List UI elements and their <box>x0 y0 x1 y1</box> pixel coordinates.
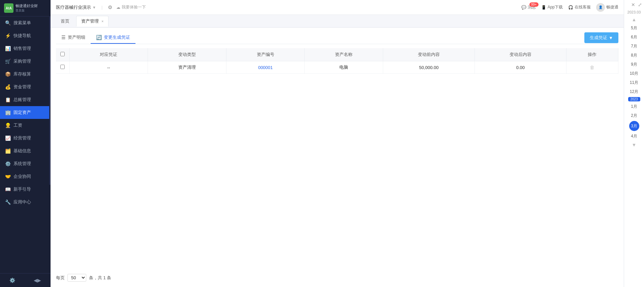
nav-ledger[interactable]: 📋 总账管理 <box>0 93 51 106</box>
scroll-down-btn[interactable]: ▼ <box>631 141 638 149</box>
phone-icon: 📱 <box>541 5 546 10</box>
month-9[interactable]: 9月 <box>624 60 644 69</box>
month-2[interactable]: 2月 <box>624 111 644 120</box>
page-size-select[interactable]: 10 20 50 100 <box>67 274 86 282</box>
data-table: 对应凭证 变动类型 资产编号 资产名称 变动前内容 变动后内容 操作 -- 资产… <box>56 48 618 74</box>
subtab-change-voucher-label: 变更生成凭证 <box>104 34 130 40</box>
app-name: 畅捷通好业财 <box>16 3 38 8</box>
message-btn[interactable]: 💬 消息 99+ <box>521 4 536 10</box>
app-download-btn[interactable]: 📱 App下载 <box>541 4 563 10</box>
month-4[interactable]: 4月 <box>624 132 644 141</box>
month-3-active[interactable]: 3月 <box>629 121 639 131</box>
month-12[interactable]: 12月 <box>624 87 644 96</box>
nav-funds[interactable]: 💰 资金管理 <box>0 81 51 93</box>
nav-quick-label: 快捷导航 <box>13 33 31 39</box>
pagination: 每页 10 20 50 100 条，共 1 条 <box>56 270 618 283</box>
month-7[interactable]: 7月 <box>624 42 644 51</box>
nav-search[interactable]: 🔍 搜索菜单 <box>0 17 51 29</box>
nav-salary-label: 工资 <box>13 122 22 128</box>
sidebar-logo: AtA 畅捷通好业财 普及版 <box>0 0 51 17</box>
subtab-actions: 生成凭证 ▼ <box>584 32 618 43</box>
select-all-checkbox[interactable] <box>60 52 65 56</box>
nav-guide[interactable]: 📖 新手引导 <box>0 183 51 196</box>
app-edition: 普及版 <box>16 8 38 13</box>
row-checkbox[interactable] <box>60 65 65 69</box>
enterprise-icon: 🤝 <box>5 174 11 179</box>
nav-basic-info[interactable]: 🗂️ 基础信息 <box>0 145 51 157</box>
nav-quick[interactable]: ⚡ 快捷导航 <box>0 29 51 42</box>
demo-label: 我要体验一下 <box>122 4 146 10</box>
month-10[interactable]: 10月 <box>624 69 644 78</box>
nav-system-label: 系统管理 <box>13 161 31 167</box>
system-icon: ⚙️ <box>5 161 11 166</box>
nav-inventory-label: 库存核算 <box>13 71 31 77</box>
row-checkbox-cell[interactable] <box>56 61 69 74</box>
table-body: -- 资产清理 000001 电脑 50,000.00 0.00 🗑 <box>56 61 618 74</box>
nav-management[interactable]: 📈 经营管理 <box>0 132 51 145</box>
delete-btn[interactable]: 🗑 <box>590 65 594 70</box>
table-row: -- 资产清理 000001 电脑 50,000.00 0.00 🗑 <box>56 61 618 74</box>
nav-purchase-label: 采购管理 <box>13 58 31 64</box>
sidebar: AtA 畅捷通好业财 普及版 🔍 搜索菜单 ⚡ 快捷导航 📊 销售管理 🛒 采购… <box>0 0 51 287</box>
col-header-asset-name: 资产名称 <box>305 48 383 61</box>
month-6[interactable]: 6月 <box>624 33 644 42</box>
month-list: 5月 6月 7月 8月 9月 10月 11月 12月 2023 1月 2月 3月… <box>624 24 644 141</box>
page-content: ☰ 资产明细 🔄 变更生成凭证 生成凭证 ▼ <box>51 28 624 287</box>
sub-tabs: ☰ 资产明细 🔄 变更生成凭证 生成凭证 ▼ <box>56 32 618 44</box>
tab-asset-management[interactable]: 资产管理 × <box>76 16 109 27</box>
scroll-up-btn[interactable]: ▲ <box>631 15 638 24</box>
subtab-change-voucher[interactable]: 🔄 变更生成凭证 <box>91 32 135 44</box>
demo-btn[interactable]: ☁ 我要体验一下 <box>116 4 146 10</box>
sidebar-bottom: ⚙️ ◀▶ <box>0 273 51 287</box>
generate-voucher-btn[interactable]: 生成凭证 ▼ <box>584 32 618 43</box>
month-5[interactable]: 5月 <box>624 24 644 33</box>
nav-enterprise-label: 企业协同 <box>13 173 31 180</box>
panel-expand-btn[interactable]: ⤢ <box>637 1 643 8</box>
nav-salary[interactable]: 👷 工资 <box>0 119 51 132</box>
nav-purchase[interactable]: 🛒 采购管理 <box>0 55 51 68</box>
table-header-row: 对应凭证 变动类型 资产编号 资产名称 变动前内容 变动后内容 操作 <box>56 48 618 61</box>
nav-list: 🔍 搜索菜单 ⚡ 快捷导航 📊 销售管理 🛒 采购管理 📦 库存核算 💰 资金管… <box>0 17 51 273</box>
month-11[interactable]: 11月 <box>624 78 644 87</box>
col-header-asset-code: 资产编号 <box>226 48 305 61</box>
nav-fixed-assets[interactable]: 🏢 固定资产 <box>0 106 51 119</box>
subtab-asset-detail[interactable]: ☰ 资产明细 <box>56 32 91 44</box>
total-label: 条，共 1 条 <box>89 275 111 281</box>
panel-close-btn[interactable]: ✕ <box>631 1 636 8</box>
nav-ledger-label: 总账管理 <box>13 97 31 103</box>
collapse-btn[interactable]: ◀▶ <box>31 276 44 284</box>
nav-app-center[interactable]: 🔧 应用中心 <box>0 196 51 209</box>
search-icon: 🔍 <box>5 20 11 26</box>
customer-service-btn[interactable]: 🎧 在线客服 <box>568 4 591 10</box>
nav-system[interactable]: ⚙️ 系统管理 <box>0 157 51 170</box>
guide-icon: 📖 <box>5 187 11 192</box>
settings-btn[interactable]: ⚙️ <box>7 276 18 284</box>
month-1[interactable]: 1月 <box>624 102 644 111</box>
management-icon: 📈 <box>5 135 11 141</box>
ledger-icon: 📋 <box>5 97 11 102</box>
generate-voucher-label: 生成凭证 <box>590 35 607 41</box>
message-badge: 99+ <box>529 2 539 7</box>
nav-inventory[interactable]: 📦 库存核算 <box>0 68 51 81</box>
month-8[interactable]: 8月 <box>624 51 644 60</box>
customer-service-label: 在线客服 <box>575 4 591 10</box>
sales-icon: 📊 <box>5 46 11 51</box>
company-selector[interactable]: 医疗器械行业演示 ▼ <box>56 4 96 10</box>
tabbar: 首页 资产管理 × <box>51 15 624 28</box>
user-profile[interactable]: 👤 畅捷通 <box>596 3 618 12</box>
nav-search-label: 搜索菜单 <box>13 20 31 26</box>
app-download-label: App下载 <box>548 4 563 10</box>
tab-asset-label: 资产管理 <box>81 18 99 24</box>
fixed-assets-icon: 🏢 <box>5 110 11 115</box>
nav-sales[interactable]: 📊 销售管理 <box>0 42 51 55</box>
nav-enterprise[interactable]: 🤝 企业协同 <box>0 170 51 183</box>
tab-home[interactable]: 首页 <box>56 16 74 26</box>
tab-close-btn[interactable]: × <box>101 19 103 23</box>
dropdown-arrow-icon: ▼ <box>609 35 613 40</box>
col-header-change-type: 变动类型 <box>148 48 226 61</box>
nav-app-center-label: 应用中心 <box>13 199 31 205</box>
avatar: 👤 <box>596 3 605 12</box>
select-all-header[interactable] <box>56 48 69 61</box>
col-header-voucher: 对应凭证 <box>69 48 148 61</box>
settings-gear-icon[interactable]: ⚙ <box>108 4 112 10</box>
